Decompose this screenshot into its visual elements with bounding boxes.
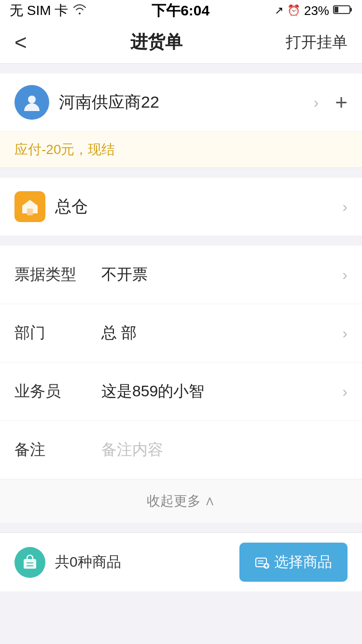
- supplier-card: 河南供应商22 › + 应付-20元，现结: [0, 73, 362, 168]
- collapse-label: 收起更多 ∧: [147, 493, 216, 508]
- warehouse-chevron-icon: ›: [342, 198, 348, 216]
- select-product-button[interactable]: 选择商品: [239, 543, 348, 582]
- alarm-icon: ⏰: [287, 4, 300, 17]
- bottom-bar: 共0种商品 选择商品: [0, 532, 362, 591]
- warehouse-row[interactable]: 总仓 ›: [0, 178, 362, 236]
- invoice-label: 票据类型: [14, 264, 92, 285]
- warehouse-name: 总仓: [55, 196, 342, 218]
- remark-label: 备注: [14, 439, 92, 461]
- supplier-row[interactable]: 河南供应商22 › +: [0, 73, 362, 132]
- select-product-label: 选择商品: [274, 552, 332, 572]
- staff-row[interactable]: 业务员 这是859的小智 ›: [0, 363, 362, 421]
- section-gap-2: [0, 168, 362, 178]
- remark-input[interactable]: 备注内容: [101, 439, 348, 461]
- add-supplier-button[interactable]: +: [335, 90, 348, 114]
- section-gap-1: [0, 64, 362, 73]
- header: < 进货单 打开挂单: [0, 21, 362, 64]
- invoice-value: 不开票: [101, 264, 342, 285]
- product-count-text: 共0种商品: [55, 552, 230, 572]
- form-card: 票据类型 不开票 › 部门 总 部 › 业务员 这是859的小智 › 备注 备注…: [0, 246, 362, 523]
- supplier-chevron-icon: ›: [314, 94, 319, 112]
- product-count-icon: [14, 547, 45, 578]
- content-area: [0, 591, 362, 644]
- supplier-avatar: [14, 85, 49, 120]
- dept-chevron-icon: ›: [342, 324, 348, 342]
- notice-text: 应付-20元，现结: [14, 142, 115, 157]
- dept-label: 部门: [14, 322, 92, 344]
- svg-rect-5: [27, 209, 33, 215]
- time-label: 下午6:04: [152, 1, 209, 21]
- page-title: 进货单: [130, 30, 182, 54]
- svg-rect-1: [334, 7, 338, 13]
- open-pending-button[interactable]: 打开挂单: [286, 32, 348, 53]
- remark-row[interactable]: 备注 备注内容: [0, 421, 362, 479]
- section-gap-3: [0, 236, 362, 246]
- staff-value: 这是859的小智: [101, 381, 342, 402]
- wifi-icon: [73, 4, 86, 17]
- collapse-button[interactable]: 收起更多 ∧: [0, 479, 362, 523]
- invoice-row[interactable]: 票据类型 不开票 ›: [0, 246, 362, 304]
- back-button[interactable]: <: [14, 30, 27, 55]
- battery-icon: [333, 3, 352, 18]
- location-icon: ↗: [275, 4, 283, 17]
- warehouse-icon: [14, 191, 45, 222]
- invoice-chevron-icon: ›: [342, 266, 348, 284]
- supplier-name: 河南供应商22: [59, 91, 314, 113]
- select-product-icon: [255, 555, 269, 570]
- svg-rect-2: [350, 8, 352, 12]
- staff-chevron-icon: ›: [342, 383, 348, 401]
- battery-pct: 23%: [304, 3, 329, 18]
- carrier-label: 无 SIM 卡: [10, 1, 68, 20]
- section-gap-4: [0, 523, 362, 532]
- notice-bar: 应付-20元，现结: [0, 132, 362, 168]
- staff-label: 业务员: [14, 381, 92, 402]
- svg-point-3: [28, 96, 36, 103]
- dept-row[interactable]: 部门 总 部 ›: [0, 304, 362, 363]
- status-bar: 无 SIM 卡 下午6:04 ↗ ⏰ 23%: [0, 0, 362, 21]
- status-right: ↗ ⏰ 23%: [275, 3, 352, 18]
- dept-value: 总 部: [101, 322, 342, 344]
- svg-rect-6: [24, 559, 36, 569]
- status-left: 无 SIM 卡: [10, 1, 86, 20]
